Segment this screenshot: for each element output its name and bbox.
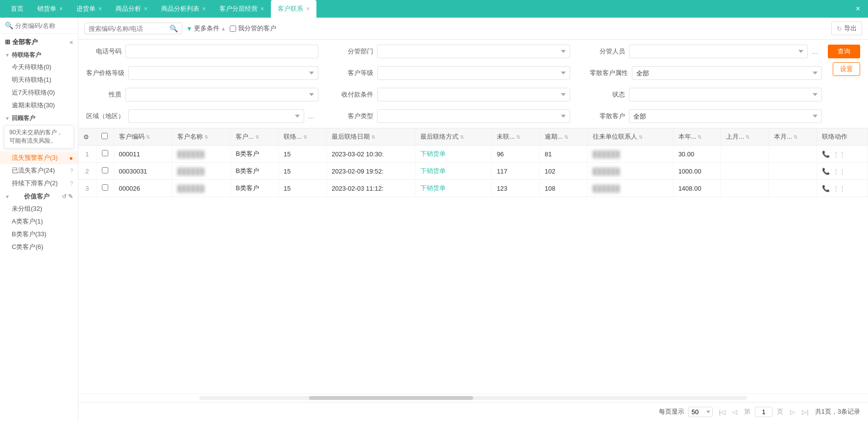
table-row: 2 00030031 ██████ B类客户 15 2023-02-09 19:… (78, 163, 868, 180)
tab-product-analysis[interactable]: 商品分析 × (109, 0, 154, 18)
row-num-2: 3 (78, 180, 96, 197)
tab-product-analysis-list[interactable]: 商品分析列表 × (154, 0, 213, 18)
last-method-link-1[interactable]: 下销货单 (420, 167, 446, 174)
col-type[interactable]: 客户...⇅ (231, 128, 279, 146)
col-last-month[interactable]: 上月...⇅ (721, 128, 769, 146)
action-contact-icon-2[interactable]: 📞 (822, 185, 830, 192)
tab-home[interactable]: 首页 (4, 0, 30, 18)
filter-select-retail[interactable]: 全部 (629, 109, 822, 123)
filter-field-phone: 电话号码 (86, 45, 318, 58)
my-customers-checkbox[interactable] (230, 25, 236, 32)
action-contact-icon-1[interactable]: 📞 (822, 168, 830, 175)
filter-label-manager: 分管人员 (590, 47, 629, 56)
last-method-link-0[interactable]: 下销货单 (420, 150, 446, 157)
tab-purchase-order[interactable]: 进货单 × (70, 0, 109, 18)
col-overdue[interactable]: 逾期...⇅ (539, 128, 587, 146)
sidebar-item-c-class[interactable]: C类客户(6) (0, 241, 78, 253)
tab-sales-order[interactable]: 销货单 × (30, 0, 70, 18)
col-settings[interactable]: ⚙ (78, 128, 96, 146)
sidebar-item-declining[interactable]: 持续下滑客户(2) ? (0, 177, 78, 190)
sidebar-item-b-class[interactable]: B类客户(33) (0, 228, 78, 241)
col-last-date[interactable]: 最后联络日期⇅ (326, 128, 415, 146)
settings-button[interactable]: 设置 (833, 62, 860, 76)
row-select-checkbox-1[interactable] (102, 167, 108, 173)
first-page-btn[interactable]: |◁ (717, 407, 728, 417)
footer: 每页显示 50 100 |◁ ◁ 第 页 ▷ ▷| 共1页，3条记录 (78, 402, 868, 421)
row-last-method-0[interactable]: 下销货单 (415, 146, 491, 163)
sidebar-group-value[interactable]: 价值客户 ↺ ✎ (0, 190, 78, 202)
row-last-method-2[interactable]: 下销货单 (415, 180, 491, 197)
sidebar-item-ungrouped[interactable]: 未分组(32) (0, 202, 78, 215)
tab-customer-contact-close[interactable]: × (306, 5, 310, 12)
action-more-icon-2[interactable]: ⋮⋮ (833, 185, 845, 192)
col-name[interactable]: 客户名称⇅ (172, 128, 230, 146)
sidebar-search-input[interactable] (15, 22, 73, 29)
export-button[interactable]: ↻ 导出 (831, 22, 862, 35)
tab-customer-contact[interactable]: 客户联系 × (271, 0, 316, 18)
tab-product-analysis-list-close[interactable]: × (202, 5, 206, 12)
filter-select-payment[interactable] (377, 88, 570, 101)
filter-select-customer-grade[interactable] (377, 66, 570, 80)
window-close-button[interactable]: × (852, 4, 864, 13)
col-last-method[interactable]: 最后联络方式⇅ (415, 128, 491, 146)
filter-dots-manager[interactable]: ... (808, 47, 822, 56)
sidebar-item-today[interactable]: 今天待联络(0) (0, 61, 78, 74)
export-label: 导出 (844, 24, 857, 33)
per-page-select[interactable]: 50 100 (688, 407, 713, 417)
toolbar-search-input[interactable] (89, 25, 168, 32)
action-more-icon-1[interactable]: ⋮⋮ (833, 168, 845, 175)
next-page-btn[interactable]: ▷ (788, 407, 797, 417)
filter-dots-region[interactable]: ... (304, 112, 318, 121)
filter-select-status[interactable] (629, 88, 822, 101)
col-code[interactable]: 客户编码⇅ (114, 128, 172, 146)
select-all-checkbox[interactable] (101, 133, 108, 139)
sidebar-item-churn-warning[interactable]: 流失预警客户(3) ● (0, 151, 78, 164)
row-type-1: B类客户 (231, 163, 279, 180)
col-contact-person[interactable]: 往来单位联系人⇅ (587, 128, 673, 146)
col-this-month[interactable]: 本月...⇅ (769, 128, 817, 146)
filter-select-retail-attr[interactable]: 全部 (632, 66, 822, 80)
col-contact-count[interactable]: 联络...⇅ (279, 128, 327, 146)
filter-field-price-grade: 客户价格等级 (86, 66, 318, 80)
toolbar-filter-btn[interactable]: ▼ 更多条件 ▲ (186, 24, 226, 33)
horizontal-scrollbar[interactable] (78, 394, 868, 402)
filter-select-customer-type[interactable] (377, 109, 570, 123)
filter-select-nature[interactable] (125, 88, 318, 101)
action-more-icon-0[interactable]: ⋮⋮ (833, 150, 845, 158)
tab-customer-segment-close[interactable]: × (261, 5, 264, 12)
last-page-btn[interactable]: ▷| (799, 407, 811, 417)
page-number-input[interactable] (755, 407, 772, 417)
sidebar-item-churned[interactable]: 已流失客户(24) ? (0, 164, 78, 177)
action-contact-icon-0[interactable]: 📞 (822, 150, 830, 158)
prev-page-btn[interactable]: ◁ (730, 407, 740, 417)
tab-purchase-order-close[interactable]: × (98, 5, 102, 12)
value-group-icons[interactable]: ↺ ✎ (62, 193, 73, 200)
filter-select-region[interactable] (128, 109, 304, 123)
tab-customer-segment[interactable]: 客户分层经营 × (213, 0, 271, 18)
col-not-contacted[interactable]: 未联...⇅ (492, 128, 540, 146)
sidebar: 🔍 ⊞全部客户 « 待联络客户 今天待联络(0) 明天待联络(1) 近7天待联络… (0, 18, 78, 421)
row-select-checkbox-2[interactable] (102, 184, 108, 191)
sidebar-group-pending[interactable]: 待联络客户 (0, 49, 78, 61)
sidebar-item-overdue-contact[interactable]: 逾期未联络(30) (0, 99, 78, 112)
tab-product-analysis-close[interactable]: × (144, 5, 147, 12)
sidebar-item-tomorrow[interactable]: 明天待联络(1) (0, 74, 78, 86)
scrollbar-thumb[interactable] (309, 396, 473, 400)
row-type-2: B类客户 (231, 180, 279, 197)
filter-select-price-grade[interactable] (128, 66, 318, 80)
filter-select-dept[interactable] (377, 45, 570, 58)
row-select-checkbox-0[interactable] (102, 150, 108, 156)
sidebar-group-review[interactable]: 回顾客户 (0, 112, 78, 124)
query-button[interactable]: 查询 (828, 45, 860, 58)
sidebar-all-customers[interactable]: ⊞全部客户 « (0, 34, 78, 49)
row-last-method-1[interactable]: 下销货单 (415, 163, 491, 180)
filter-select-manager[interactable] (629, 45, 808, 58)
col-this-year[interactable]: 本年...⇅ (673, 128, 721, 146)
sidebar-item-7days[interactable]: 近7天待联络(0) (0, 86, 78, 99)
tab-sales-order-close[interactable]: × (59, 5, 63, 12)
declining-icon: ? (70, 180, 73, 186)
last-method-link-2[interactable]: 下销货单 (420, 184, 446, 192)
filter-input-phone[interactable] (125, 45, 318, 58)
sidebar-item-a-class[interactable]: A类客户(1) (0, 215, 78, 228)
toolbar-search-icon[interactable]: 🔍 (169, 25, 178, 32)
